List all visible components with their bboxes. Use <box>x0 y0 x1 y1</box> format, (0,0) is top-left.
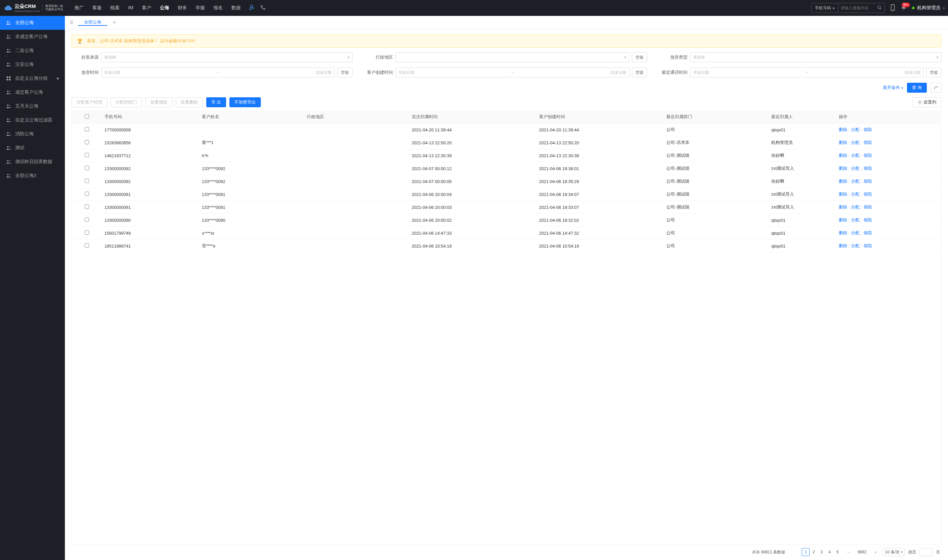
sidebar-item[interactable]: 全部公海2 <box>0 169 65 183</box>
sidebar-item[interactable]: 消防公海 <box>0 127 65 141</box>
row-checkbox[interactable] <box>85 166 89 170</box>
row-claim-link[interactable]: 领取 <box>863 217 872 222</box>
row-delete-link[interactable]: 删除 <box>839 153 847 158</box>
row-assign-link[interactable]: 分配 <box>851 179 860 184</box>
jump-page-input[interactable] <box>920 548 933 556</box>
row-claim-link[interactable]: 领取 <box>863 205 872 209</box>
row-delete-link[interactable]: 删除 <box>839 243 847 248</box>
row-assign-link[interactable]: 分配 <box>851 230 860 235</box>
pager-last-button[interactable]: 6882 <box>856 548 868 556</box>
search-input[interactable] <box>838 6 874 10</box>
row-assign-link[interactable]: 分配 <box>851 243 860 248</box>
row-claim-link[interactable]: 领取 <box>863 127 872 132</box>
pager-prev-button[interactable]: ‹ <box>791 548 799 556</box>
create-time-null-button[interactable]: 空值 <box>632 68 647 77</box>
row-delete-link[interactable]: 删除 <box>839 205 847 209</box>
tab[interactable]: 全部公海 <box>78 19 107 26</box>
row-assign-link[interactable]: 分配 <box>851 166 860 171</box>
row-checkbox[interactable] <box>85 230 89 235</box>
row-assign-link[interactable]: 分配 <box>851 217 860 222</box>
sidebar-item[interactable]: 测试 <box>0 141 65 155</box>
row-checkbox[interactable] <box>85 243 89 248</box>
row-claim-link[interactable]: 领取 <box>863 192 872 197</box>
sidebar-item[interactable]: 全部公海 <box>0 16 65 30</box>
row-claim-link[interactable]: 领取 <box>863 140 872 145</box>
row-checkbox[interactable] <box>85 127 89 131</box>
row-checkbox[interactable] <box>85 179 89 183</box>
row-checkbox[interactable] <box>85 153 89 157</box>
query-button[interactable]: 查 询 <box>907 83 927 93</box>
row-delete-link[interactable]: 删除 <box>839 179 847 184</box>
batch-delete-button[interactable]: 批量删除 <box>176 97 203 107</box>
pager-ellipsis[interactable]: ··· <box>845 548 853 556</box>
sidebar-item[interactable]: 注安公海 <box>0 58 65 71</box>
user-menu[interactable]: 机构管理员 ▾ <box>912 5 945 11</box>
top-nav-item[interactable]: 公海 <box>159 3 171 13</box>
row-claim-link[interactable]: 领取 <box>863 153 872 158</box>
sidebar-item[interactable]: 五月天公海 <box>0 99 65 113</box>
row-checkbox[interactable] <box>85 140 89 144</box>
row-checkbox[interactable] <box>85 217 89 222</box>
expand-filters-button[interactable]: 展开条件▾ <box>883 85 903 91</box>
pager-page-button[interactable]: 5 <box>834 548 842 556</box>
top-nav-item[interactable]: 数据 <box>230 3 242 13</box>
export-plain-button[interactable]: 不加密导出 <box>229 97 261 107</box>
row-claim-link[interactable]: 领取 <box>863 179 872 184</box>
user-add-icon[interactable] <box>249 5 254 12</box>
pager-page-button[interactable]: 2 <box>809 548 817 556</box>
logo[interactable]: 云朵CRM www.yunduocrm.com 教育机构一站式服务云平台 <box>3 3 63 12</box>
pager-page-button[interactable]: 4 <box>825 548 834 556</box>
row-assign-link[interactable]: 分配 <box>851 153 860 158</box>
create-time-range[interactable]: 开始日期~结束日期 <box>396 68 629 77</box>
last-call-range[interactable]: 开始日期~结束日期 <box>690 68 923 77</box>
set-columns-button[interactable]: 设置列 <box>913 97 941 107</box>
row-delete-link[interactable]: 删除 <box>839 127 847 132</box>
pager-page-button[interactable]: 1 <box>802 548 809 556</box>
last-call-null-button[interactable]: 空值 <box>926 68 941 77</box>
region-null-button[interactable]: 空值 <box>632 52 647 62</box>
row-delete-link[interactable]: 删除 <box>839 217 847 222</box>
tabs-list-icon[interactable]: ☰ <box>65 20 78 25</box>
top-nav-item[interactable]: 客户 <box>141 3 152 13</box>
row-delete-link[interactable]: 删除 <box>839 166 847 171</box>
top-nav-item[interactable]: IM <box>127 3 135 13</box>
row-assign-link[interactable]: 分配 <box>851 192 860 197</box>
assign-dept-button[interactable]: 分配到部门 <box>111 97 142 107</box>
row-assign-link[interactable]: 分配 <box>851 205 860 209</box>
select-all-checkbox[interactable] <box>85 114 89 118</box>
row-delete-link[interactable]: 删除 <box>839 230 847 235</box>
page-size-select[interactable]: 10 条/页▾ <box>883 548 905 556</box>
sidebar-item[interactable]: 自定义公海过滤器 <box>0 113 65 127</box>
abandon-type-select[interactable]: 请选择▾ <box>690 52 941 62</box>
search-type-select[interactable]: 手机号码▾ <box>812 3 838 12</box>
row-claim-link[interactable]: 领取 <box>863 230 872 235</box>
sidebar-item[interactable]: 自定义公海分组▾ <box>0 71 65 85</box>
top-nav-item[interactable]: 推广 <box>73 3 85 13</box>
sidebar-item[interactable]: 二咨公海 <box>0 44 65 58</box>
batch-claim-button[interactable]: 批量领取 <box>145 97 172 107</box>
refresh-button[interactable] <box>931 83 941 93</box>
abandon-time-null-button[interactable]: 空值 <box>337 68 352 77</box>
notification-icon[interactable]: 99+ <box>901 5 906 12</box>
pager-next-button[interactable]: › <box>871 548 879 556</box>
mobile-icon[interactable] <box>890 4 896 12</box>
sidebar-item[interactable]: 测试昨日回库数据 <box>0 155 65 169</box>
row-claim-link[interactable]: 领取 <box>863 166 872 171</box>
row-delete-link[interactable]: 删除 <box>839 140 847 145</box>
sidebar-item[interactable]: 成交客户公海 <box>0 85 65 99</box>
search-icon[interactable] <box>874 5 885 11</box>
pager-page-button[interactable]: 3 <box>817 548 825 556</box>
row-checkbox[interactable] <box>85 205 89 209</box>
top-nav-item[interactable]: 报名 <box>212 3 224 13</box>
top-nav-item[interactable]: 客服 <box>91 3 103 13</box>
row-delete-link[interactable]: 删除 <box>839 192 847 197</box>
sidebar-item[interactable]: 非成交客户公海 <box>0 30 65 44</box>
top-nav-item[interactable]: 线索 <box>109 3 121 13</box>
row-assign-link[interactable]: 分配 <box>851 127 860 132</box>
assign-manager-button[interactable]: 分配客户经理 <box>71 97 107 107</box>
tab-add-button[interactable]: ＋ <box>107 19 122 26</box>
row-assign-link[interactable]: 分配 <box>851 140 860 145</box>
region-select[interactable]: ▾ <box>396 52 629 62</box>
top-nav-item[interactable]: 财务 <box>176 3 188 13</box>
friend-source-select[interactable]: 请选择▾ <box>101 52 352 62</box>
